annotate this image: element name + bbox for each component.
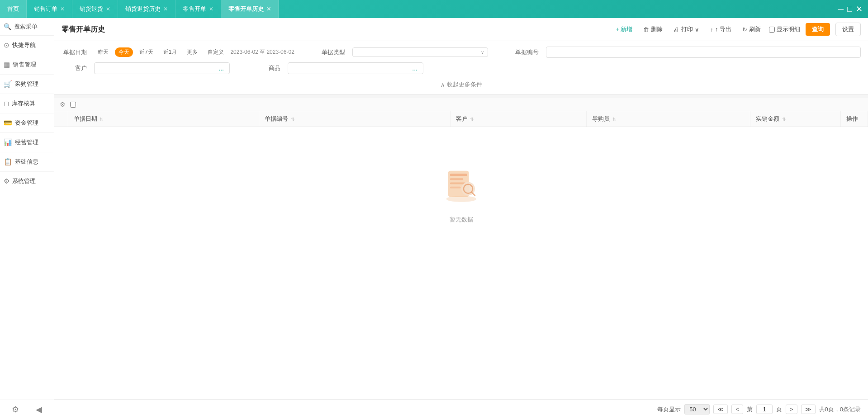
table-head: 单据日期 ⇅ 单据编号 ⇅ 客户 ⇅ [54,111,868,127]
base-info-icon: 📋 [4,158,12,166]
show-detail-checkbox-label[interactable]: 显示明细 [769,25,800,33]
th-customer-sort[interactable]: ⇅ [470,117,474,122]
last-page-button[interactable]: ≫ [801,405,816,414]
collapse-row: ∧ 收起更多条件 [62,79,861,89]
goods-input-field[interactable] [292,65,410,72]
sidebar-item-inventory[interactable]: ◻ 库存核算 [0,94,54,113]
empty-icon [439,163,484,208]
sidebar-collapse-icon[interactable]: ◀ [36,405,42,414]
table-gear-icon[interactable]: ⚙ [60,101,66,108]
sidebar-item-inventory-label: 库存核算 [12,99,35,108]
sidebar: 🔍 搜索采单 ⊙ 快捷导航 ▦ 销售管理 🛒 采购管理 ◻ 库存核算 💳 资金管… [0,18,54,419]
tab-sales-return[interactable]: 销货退货 ✕ [72,0,118,18]
tab-sales-return-history[interactable]: 销货退货历史 ✕ [118,0,175,18]
page-title: 零售开单历史 [62,25,105,34]
th-checkbox [54,111,68,127]
collapse-button[interactable]: ∧ 收起更多条件 [441,80,482,89]
export-button[interactable]: ↑ ↑ 导出 [707,24,734,35]
th-date-sort[interactable]: ⇅ [100,117,103,122]
export-button-label: ↑ 导出 [715,25,731,33]
first-page-button[interactable]: ≪ [713,405,728,414]
customer-input[interactable]: ... [94,62,230,74]
sidebar-item-operations[interactable]: 📊 经营管理 [0,133,54,152]
sidebar-item-sales-mgmt[interactable]: ▦ 销售管理 [0,55,54,75]
th-number-sort[interactable]: ⇅ [291,117,294,122]
select-all-checkbox[interactable] [70,102,76,108]
type-select-arrow: ∨ [481,50,484,55]
prev-page-button[interactable]: < [731,405,743,414]
page-suffix: 页 [776,405,782,414]
data-table: 单据日期 ⇅ 单据编号 ⇅ 客户 ⇅ [54,111,868,127]
sidebar-settings-icon[interactable]: ⚙ [12,405,19,414]
window-controls: ─ □ ✕ [832,4,868,14]
th-salesperson-sort[interactable]: ⇅ [612,117,616,122]
customer-input-field[interactable] [98,65,217,72]
tab-sales-return-close[interactable]: ✕ [106,6,110,12]
current-page-input[interactable] [756,405,773,414]
tab-retail-history[interactable]: 零售开单历史 ✕ [221,0,279,18]
th-amount-sort[interactable]: ⇅ [782,117,786,122]
tab-sales-return-history-close[interactable]: ✕ [163,6,168,12]
export-icon: ↑ [710,26,713,33]
th-action: 操作 [841,111,868,127]
goods-input[interactable]: ... [288,62,423,74]
tab-retail-open[interactable]: 零售开单 ✕ [175,0,221,18]
sidebar-item-sys-mgmt-label: 系统管理 [12,177,36,185]
content-area: 零售开单历史 + 新增 🗑 删除 🖨 打印 ∨ ↑ ↑ 导出 [54,18,868,419]
sidebar-item-finance[interactable]: 💳 资金管理 [0,113,54,133]
window-min-button[interactable]: ─ [838,5,844,14]
goods-filter-label: 商品 [255,64,280,72]
tab-list: 首页 销售订单 ✕ 销货退货 ✕ 销货退货历史 ✕ 零售开单 ✕ 零售开单历史 … [0,0,832,18]
window-close-button[interactable]: ✕ [856,4,863,14]
tab-sales-order-close[interactable]: ✕ [60,6,65,12]
tab-home-label: 首页 [7,5,19,13]
date-7days[interactable]: 近7天 [136,47,157,57]
sidebar-item-base-info[interactable]: 📋 基础信息 [0,152,54,172]
tab-home[interactable]: 首页 [0,0,27,18]
settings-button[interactable]: 设置 [835,23,861,36]
tab-retail-open-close[interactable]: ✕ [209,6,213,12]
customer-filter-label: 客户 [62,64,87,72]
per-page-select[interactable]: 50 10 20 100 [684,404,710,414]
query-button[interactable]: 查询 [806,23,830,36]
print-arrow-icon: ∨ [695,26,699,33]
tab-retail-history-close[interactable]: ✕ [266,6,271,12]
sidebar-item-purchase-mgmt-label: 采购管理 [15,80,38,88]
th-date: 单据日期 ⇅ [68,111,259,127]
th-number: 单据编号 ⇅ [259,111,451,127]
date-yesterday[interactable]: 昨天 [94,47,112,57]
settings-button-label: 设置 [842,25,854,33]
print-button[interactable]: 🖨 打印 ∨ [671,24,702,35]
empty-state: 暂无数据 [54,127,868,260]
date-1month[interactable]: 近1月 [160,47,181,57]
main-layout: 🔍 搜索采单 ⊙ 快捷导航 ▦ 销售管理 🛒 采购管理 ◻ 库存核算 💳 资金管… [0,18,868,419]
collapse-label: 收起更多条件 [447,80,482,89]
refresh-icon: ↻ [742,26,747,33]
refresh-button[interactable]: ↻ 刷新 [740,24,764,35]
quick-nav-icon: ⊙ [4,41,9,49]
window-max-button[interactable]: □ [847,5,852,14]
goods-ellipsis-button[interactable]: ... [410,65,419,72]
sidebar-item-sys-mgmt[interactable]: ⚙ 系统管理 [0,172,54,191]
tab-sales-order[interactable]: 销售订单 ✕ [27,0,72,18]
delete-button-label: 删除 [651,25,663,33]
next-page-button[interactable]: > [786,405,797,414]
customer-ellipsis-button[interactable]: ... [217,65,226,72]
type-select[interactable]: ∨ [352,47,488,57]
table-toolbar: ⚙ [54,98,868,111]
svg-rect-4 [450,183,465,184]
sidebar-item-purchase-mgmt[interactable]: 🛒 采购管理 [0,75,54,94]
date-custom[interactable]: 自定义 [204,47,228,57]
number-input-field[interactable] [550,49,857,56]
show-detail-label: 显示明细 [777,25,800,33]
show-detail-checkbox[interactable] [769,27,775,33]
top-bar: 首页 销售订单 ✕ 销货退货 ✕ 销货退货历史 ✕ 零售开单 ✕ 零售开单历史 … [0,0,868,18]
sidebar-search[interactable]: 🔍 搜索采单 [0,18,54,36]
delete-button[interactable]: 🗑 删除 [640,24,665,35]
date-today[interactable]: 今天 [115,47,133,57]
date-more[interactable]: 更多 [183,47,201,57]
number-input[interactable] [546,47,861,58]
new-button[interactable]: + 新增 [613,24,635,35]
inventory-icon: ◻ [4,99,9,108]
sidebar-item-quick-nav[interactable]: ⊙ 快捷导航 [0,36,54,55]
